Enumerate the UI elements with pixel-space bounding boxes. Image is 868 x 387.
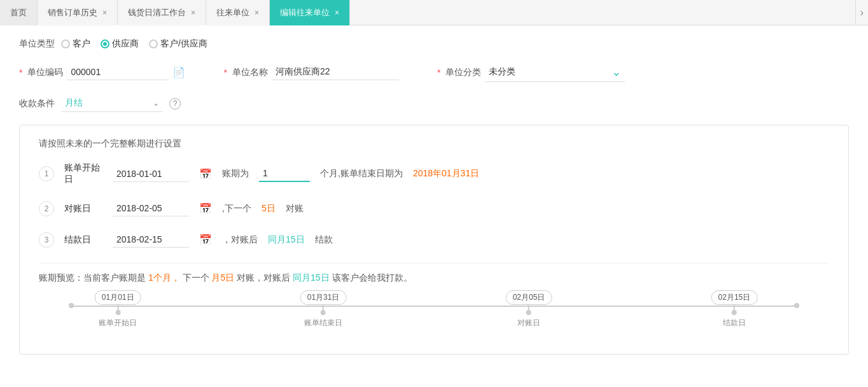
settings-row-1: 1 账单开始日 📅 账期为 个月,账单结束日期为 2018年01月31日 <box>39 162 829 185</box>
tl-dot-left <box>69 303 74 308</box>
radio-both[interactable]: 客户/供应商 <box>149 38 207 50</box>
unit-category-dropdown[interactable]: 未分类 ⌄ <box>485 62 625 82</box>
payment-desc-pre: ，对账后 <box>222 234 258 246</box>
tab-partners[interactable]: 往来单位 × <box>206 0 270 25</box>
radio-customer-label: 客户 <box>73 38 90 50</box>
tab-edit-partner[interactable]: 编辑往来单位 × <box>270 0 350 25</box>
payment-terms-help-icon[interactable]: ? <box>169 98 181 109</box>
radio-supplier-circle <box>101 39 109 48</box>
timeline-line <box>71 306 798 307</box>
tl-dot-2 <box>321 310 326 315</box>
payment-terms-arrow-icon: ⌄ <box>153 99 159 108</box>
unit-name-star: * <box>223 67 227 78</box>
timeline-wrapper: 01月01日 账单开始日 01月31日 账单结束日 02月05日 <box>39 290 829 341</box>
unit-name-group: * 单位名称 <box>223 64 398 80</box>
radio-both-label: 客户/供应商 <box>160 38 207 50</box>
row-label-3: 结款日 <box>64 234 102 246</box>
unit-name-label: 单位名称 <box>232 67 268 78</box>
row-label-2: 对账日 <box>64 203 102 215</box>
preview-text: 账期预览：当前客户账期是 1个月， 下一个 月5日 对账，对账后 同月15日 该… <box>39 272 412 283</box>
preview-reconcile-pre: 下一个 <box>183 272 209 283</box>
reconcile-desc-post: 对账 <box>286 203 304 215</box>
unit-info-row: * 单位编码 📄 * 单位名称 * 单位分类 未分类 ⌄ <box>19 62 849 82</box>
payment-terms-row: 收款条件 月结 ⌄ ? <box>19 95 849 112</box>
tab-arrow[interactable]: › <box>855 0 868 25</box>
tl-badge-4: 02月15日 <box>711 290 758 305</box>
payment-highlight: 同月15日 <box>268 234 305 246</box>
preview-period: 1个月， <box>148 272 180 283</box>
settings-row-3: 3 结款日 📅 ，对账后 同月15日 结款 <box>39 232 829 248</box>
tl-connector-4 <box>734 305 735 310</box>
row-num-2: 2 <box>39 201 54 216</box>
tl-label-2: 账单结束日 <box>304 318 342 328</box>
radio-supplier[interactable]: 供应商 <box>101 38 139 50</box>
unit-code-group: * 单位编码 📄 <box>19 64 185 80</box>
preview-section: 账期预览：当前客户账期是 1个月， 下一个 月5日 对账，对账后 同月15日 该… <box>39 263 829 284</box>
tl-connector-3 <box>528 305 529 310</box>
unit-category-value: 未分类 <box>489 66 612 78</box>
tl-connector-1 <box>117 305 118 310</box>
payment-date-cal-icon[interactable]: 📅 <box>199 234 212 246</box>
tl-point-4: 02月15日 结款日 <box>711 290 758 328</box>
radio-customer-circle <box>61 39 70 48</box>
period-label: 账期为 <box>222 168 249 179</box>
period-month-label: 个月,账单结束日期为 <box>320 168 403 179</box>
reconcile-date-input[interactable] <box>113 201 189 216</box>
tl-label-3: 对账日 <box>517 318 540 328</box>
tl-connector-2 <box>323 305 324 310</box>
tl-dot-3 <box>526 310 531 315</box>
tab-sales-history-close[interactable]: × <box>102 8 107 17</box>
tl-dot-1 <box>115 310 120 315</box>
tab-edit-partner-close[interactable]: × <box>335 8 339 17</box>
reconcile-date-cal-icon[interactable]: 📅 <box>199 202 212 215</box>
tl-point-3: 02月05日 对账日 <box>506 290 552 328</box>
reconcile-highlight: 5日 <box>262 203 276 215</box>
tl-dot-4 <box>732 310 737 315</box>
tl-badge-2: 01月31日 <box>300 290 347 305</box>
unit-code-icon[interactable]: 📄 <box>172 66 185 78</box>
tab-daily-work-label: 钱货日清工作台 <box>128 7 186 18</box>
tab-sales-history[interactable]: 销售订单历史 × <box>38 0 118 25</box>
tab-bar: 首页 销售订单历史 × 钱货日清工作台 × 往来单位 × 编辑往来单位 × › <box>0 0 868 25</box>
tl-badge-1: 01月01日 <box>95 290 141 305</box>
tl-point-1: 01月01日 账单开始日 <box>95 290 141 328</box>
payment-terms-dropdown[interactable]: 月结 ⌄ <box>61 95 163 112</box>
preview-pay-date: 同月15日 <box>293 272 330 283</box>
unit-name-input[interactable] <box>272 64 399 80</box>
unit-category-star: * <box>437 67 440 78</box>
preview-reconcile-post: 对账，对账后 <box>237 272 290 283</box>
unit-category-arrow: ⌄ <box>612 65 621 79</box>
main-content: 单位类型 客户 供应商 客户/供应商 * 单位编码 📄 * <box>0 25 868 387</box>
row-num-1: 1 <box>39 166 54 181</box>
unit-category-group: * 单位分类 未分类 ⌄ <box>437 62 625 82</box>
row-num-3: 3 <box>39 232 54 248</box>
unit-code-input[interactable] <box>67 64 169 80</box>
card-title: 请按照未来的一个完整帐期进行设置 <box>39 138 829 150</box>
tl-label-4: 结款日 <box>723 318 746 328</box>
preview-suffix: 该客户会给我打款。 <box>332 272 412 283</box>
payment-date-input[interactable] <box>113 232 189 248</box>
start-date-cal-icon[interactable]: 📅 <box>199 168 212 180</box>
unit-code-label: 单位编码 <box>27 67 63 78</box>
tab-edit-partner-label: 编辑往来单位 <box>280 7 330 18</box>
tab-home[interactable]: 首页 <box>0 0 38 25</box>
unit-type-label: 单位类型 <box>19 38 55 50</box>
unit-type-row: 单位类型 客户 供应商 客户/供应商 <box>19 38 849 50</box>
reconcile-desc-pre: ,下一个 <box>222 203 251 215</box>
unit-category-label: 单位分类 <box>445 67 481 78</box>
start-date-input[interactable] <box>113 166 189 182</box>
tl-label-1: 账单开始日 <box>99 318 137 328</box>
payment-terms-value: 月结 <box>65 97 83 109</box>
payment-desc-post: 结款 <box>315 234 333 246</box>
period-input[interactable] <box>259 165 310 182</box>
tab-daily-work[interactable]: 钱货日清工作台 × <box>118 0 206 25</box>
unit-code-star: * <box>19 67 22 78</box>
tab-daily-work-close[interactable]: × <box>191 8 195 17</box>
settings-row-2: 2 对账日 📅 ,下一个 5日 对账 <box>39 201 829 216</box>
tab-partners-close[interactable]: × <box>255 8 259 17</box>
radio-customer[interactable]: 客户 <box>61 38 90 50</box>
radio-supplier-label: 供应商 <box>112 38 139 50</box>
unit-type-radio-group: 客户 供应商 客户/供应商 <box>61 38 207 50</box>
settings-card: 请按照未来的一个完整帐期进行设置 1 账单开始日 📅 账期为 个月,账单结束日期… <box>19 125 849 355</box>
preview-label: 账期预览：当前客户账期是 <box>39 272 146 283</box>
